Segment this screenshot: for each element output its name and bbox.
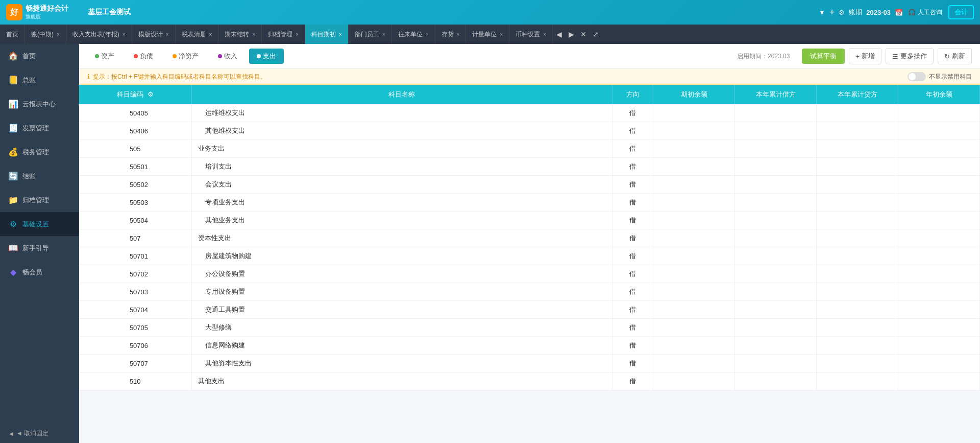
tab-close-all-btn[interactable]: ✕ [577,25,590,44]
cell-ytd-debit [735,158,817,176]
tab-dept[interactable]: 部门员工 × [349,25,392,44]
dropdown-icon[interactable]: ▼ [819,9,825,16]
action-buttons: 试算平衡 + 新增 ☰ 更多操作 ↻ 刷新 [802,48,972,64]
table-container: 科目编码 ⚙ 科目名称 方向 期初余额 本年累计借方 本年累计贷方 年初余额 5… [79,85,980,443]
sidebar-item-guide[interactable]: 📖 新手引导 [0,236,79,260]
sidebar-item-tax[interactable]: 💰 税务管理 [0,140,79,164]
table-row[interactable]: 50405 运维维权支出 借 [79,104,980,122]
tab-close-inventory[interactable]: × [457,32,460,37]
cell-year-balance [898,355,980,372]
toggle-switch[interactable] [908,72,926,81]
cell-direction: 借 [612,122,653,140]
table-row[interactable]: 507 资本性支出 借 [79,229,980,247]
collapse-icon: ◄ [8,430,14,437]
table-row[interactable]: 50701 房屋建筑物购建 借 [79,247,980,265]
tab-close-period[interactable]: × [252,32,255,37]
tab-close-archive[interactable]: × [296,32,299,37]
tab-currency[interactable]: 币种设置 × [509,25,553,44]
kuaiji-button[interactable]: 会计 [948,5,974,19]
cell-direction: 借 [612,212,653,229]
tab-customer[interactable]: 往来单位 × [392,25,435,44]
tab-period[interactable]: 期末结转 × [218,25,262,44]
tab-prev-btn[interactable]: ◀ [553,25,565,44]
settings-icon[interactable]: ⚙ [839,9,845,16]
col-settings-icon[interactable]: ⚙ [148,90,154,98]
sidebar-label-archive: 归档管理 [22,196,49,205]
col-ytd-debit: 本年累计借方 [735,85,817,104]
sidebar-label-member: 畅会员 [22,268,42,277]
sidebar-item-home[interactable]: 🏠 首页 [0,44,79,68]
tab-income[interactable]: 收入支出表(年报) × [66,25,132,44]
cell-direction: 借 [612,301,653,319]
tab-home[interactable]: 首页 [0,25,25,44]
subtab-asset[interactable]: 资产 [87,49,122,64]
table-row[interactable]: 50501 培训支出 借 [79,158,980,176]
table-row[interactable]: 50702 办公设备购置 借 [79,265,980,283]
table-row[interactable]: 50503 专项业务支出 借 [79,194,980,212]
tab-close-currency[interactable]: × [543,32,546,37]
balance-btn[interactable]: 试算平衡 [802,49,845,64]
member-icon: ◆ [8,267,18,277]
tab-archive[interactable]: 归档管理 × [262,25,305,44]
table-row[interactable]: 50705 大型修缮 借 [79,319,980,337]
table-row[interactable]: 510 其他支出 借 [79,372,980,390]
headset-icon: 🎧 [908,9,916,16]
subtab-expense[interactable]: 支出 [249,49,284,64]
subtab-equity[interactable]: 净资产 [165,49,206,64]
refresh-btn[interactable]: ↻ 刷新 [938,48,972,64]
tab-close-dept[interactable]: × [382,32,385,37]
tab-expand-btn[interactable]: ⤢ [590,25,602,44]
calendar-icon[interactable]: 📅 [895,9,903,16]
tab-close-customer[interactable]: × [426,32,429,37]
more-btn[interactable]: ☰ 更多操作 [886,48,934,64]
table-row[interactable]: 50704 交通工具购置 借 [79,301,980,319]
tab-tax[interactable]: 税表清册 × [176,25,219,44]
tab-next-btn[interactable]: ▶ [565,25,577,44]
add-btn[interactable]: + 新增 [849,48,881,64]
ai-consult-btn[interactable]: 🎧 人工咨询 [908,8,942,17]
table-row[interactable]: 50406 其他维权支出 借 [79,122,980,140]
tab-inventory[interactable]: 存货 × [435,25,467,44]
table-row[interactable]: 50706 信息网络购建 借 [79,337,980,355]
cell-name: 其他业务支出 [191,212,612,229]
cell-ytd-debit [735,229,817,247]
cell-year-balance [898,194,980,212]
settings-icon-sidebar: ⚙ [8,219,18,229]
tab-unit[interactable]: 计量单位 × [466,25,509,44]
tab-mid[interactable]: 账(中期) × [25,25,66,44]
cell-ytd-credit [817,122,898,140]
tab-close-tax[interactable]: × [209,32,212,37]
table-row[interactable]: 50707 其他资本性支出 借 [79,355,980,372]
sidebar-label-guide: 新手引导 [22,244,49,253]
tab-close-subject[interactable]: × [339,32,342,37]
tab-close-template[interactable]: × [166,32,169,37]
home-icon: 🏠 [8,51,18,61]
toggle-area: 不显示禁用科目 [908,72,972,81]
col-code-label: 科目编码 [117,90,143,98]
sidebar-collapse-btn[interactable]: ◄ ◄ 取消固定 [0,424,79,443]
tab-template[interactable]: 模版设计 × [132,25,176,44]
add-company-btn[interactable]: + [829,7,835,18]
sub-tab-bar: 资产 负债 净资产 收入 支出 启用期间：2023.03 试算平衡 [79,44,980,69]
sidebar-item-invoice[interactable]: 🧾 发票管理 [0,116,79,140]
tab-close-income[interactable]: × [122,32,126,37]
sidebar-item-archive[interactable]: 📁 归档管理 [0,188,79,212]
table-row[interactable]: 50502 会议支出 借 [79,176,980,194]
table-row[interactable]: 50703 专用设备购置 借 [79,283,980,301]
table-row[interactable]: 50504 其他业务支出 借 [79,212,980,229]
tab-close-mid[interactable]: × [57,32,60,37]
sidebar-item-reports[interactable]: 📊 云报表中心 [0,92,79,116]
sidebar-item-settle[interactable]: 🔄 结账 [0,164,79,188]
tab-subject-init[interactable]: 科目期初 × [305,25,349,44]
sidebar-item-settings[interactable]: ⚙ 基础设置 [0,212,79,236]
sidebar-item-member[interactable]: ◆ 畅会员 [0,260,79,284]
table-row[interactable]: 505 业务支出 借 [79,140,980,158]
tab-close-unit[interactable]: × [500,32,503,37]
sidebar: 🏠 首页 📒 总账 📊 云报表中心 🧾 发票管理 💰 税务管理 🔄 结账 📁 归… [0,44,79,443]
cell-code: 50502 [79,176,191,194]
cell-name: 大型修缮 [191,319,612,337]
subtab-liability[interactable]: 负债 [126,49,161,64]
subtab-income[interactable]: 收入 [210,49,245,64]
sidebar-label-invoice: 发票管理 [22,124,49,133]
sidebar-item-ledger[interactable]: 📒 总账 [0,68,79,92]
